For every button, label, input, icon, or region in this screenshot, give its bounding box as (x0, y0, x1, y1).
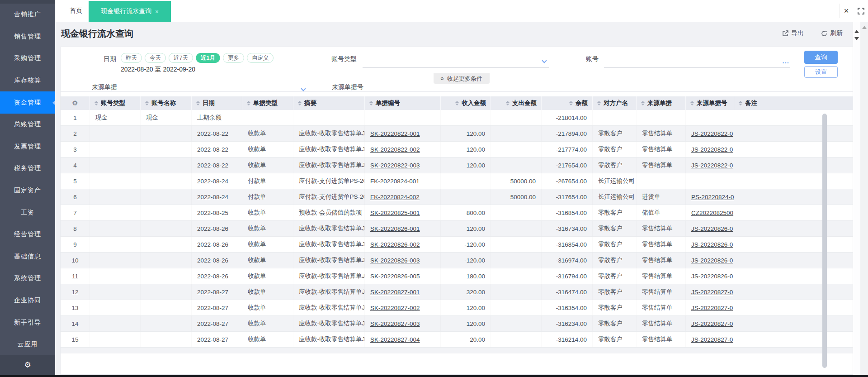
doc-no-link[interactable]: SK-20220827-003 (370, 320, 420, 327)
doc-no-link[interactable]: SK-20220826-002 (370, 241, 420, 248)
sidebar-item-14[interactable]: 新手引导 (0, 311, 55, 334)
source-doc-no-link[interactable]: JS-20220826-0 (691, 257, 733, 264)
sort-arrows-icon[interactable] (506, 101, 509, 105)
table-row[interactable]: 62022-08-24付款单应付款-支付进货单PS-20.FK-20220824… (61, 189, 863, 205)
table-row[interactable]: 22022-08-22收款单应收款-收取零售结算单JSSK-20220822-0… (61, 126, 863, 142)
column-header-account-name[interactable]: 账号名称 (141, 96, 192, 110)
doc-no-link[interactable]: SK-20220822-002 (370, 146, 420, 153)
doc-no-link[interactable]: SK-20220827-002 (370, 305, 420, 311)
settings-button[interactable]: 设置 (804, 66, 838, 78)
sidebar-item-15[interactable]: 云应用 (0, 334, 55, 355)
sort-arrows-icon[interactable] (247, 101, 250, 105)
fullscreen-icon[interactable] (855, 0, 867, 22)
account-input[interactable]: ... (604, 56, 790, 68)
table-row[interactable]: 1现金现金上期余额-218014.00 (61, 110, 863, 126)
table-row[interactable]: 152022-08-27收款单应收款-收取零售结算单JSSK-20220827-… (61, 332, 863, 348)
more-icon[interactable]: ... (782, 57, 789, 65)
scroll-up-icon[interactable] (862, 26, 867, 29)
source-doc-no-link[interactable]: JS-20220826-0 (691, 241, 733, 248)
column-header-source-doc[interactable]: 来源单据 (637, 96, 686, 110)
source-doc-no-link[interactable]: JS-20220827-0 (691, 305, 733, 311)
date-range-value[interactable]: 2022-08-20 至 2022-09-20 (121, 66, 195, 74)
column-header-source-doc-no[interactable]: 来源单据号 (686, 96, 734, 110)
source-doc-no-link[interactable]: JS-20220827-0 (691, 320, 733, 327)
source-doc-no-link[interactable]: JS-20220822-0 (691, 146, 733, 153)
tab-home[interactable]: 首页 (63, 0, 89, 22)
doc-no-link[interactable]: SK-20220822-003 (370, 162, 420, 169)
source-doc-no-link[interactable]: JS-20220827-0 (691, 289, 733, 296)
date-filter-pill[interactable]: 昨天 (121, 53, 142, 63)
sidebar-item-5[interactable]: 总账管理 (0, 114, 55, 136)
account-type-select[interactable] (363, 56, 549, 68)
sort-arrows-icon[interactable] (369, 101, 373, 105)
source-doc-no-link[interactable]: JS-20220822-0 (691, 130, 733, 137)
table-row[interactable]: 92022-08-26收款单应收款-收取零售结算单JSSK-20220826-0… (61, 237, 863, 253)
column-header-expense-amount[interactable]: 支出金额 (491, 96, 542, 110)
sidebar-item-13[interactable]: 企业协同 (0, 290, 55, 312)
table-row[interactable]: 142022-08-27收款单应收款-收取零售结算单JSSK-20220827-… (61, 316, 863, 332)
refresh-button[interactable]: 刷新 (821, 29, 843, 38)
date-filter-pill[interactable]: 近1月 (196, 53, 220, 63)
table-row[interactable]: 132022-08-27收款单应收款-收取零售结算单JSSK-20220827-… (61, 300, 863, 316)
sidebar-item-12[interactable]: 系统管理 (0, 267, 55, 290)
source-doc-no-link[interactable]: JS-20220827-0 (691, 336, 733, 343)
date-filter-pill[interactable]: 更多 (223, 53, 244, 63)
table-row[interactable]: 32022-08-22收款单应收款-收取零售结算单JSSK-20220822-0… (61, 142, 863, 157)
column-header-remark[interactable]: 备注 (734, 96, 863, 110)
window-close-icon[interactable]: × (840, 0, 852, 22)
tab-cash-bank-flow[interactable]: 现金银行流水查询 × (89, 1, 171, 22)
table-scrollbar-thumb[interactable] (822, 114, 827, 368)
sort-arrows-icon[interactable] (455, 101, 459, 105)
source-doc-no-link[interactable]: JS-20220826-0 (691, 273, 733, 280)
sidebar-item-1[interactable]: 销售管理 (0, 26, 55, 48)
sidebar-item-0[interactable]: 营销推广 (0, 4, 55, 26)
column-header-doc-type[interactable]: 单据类型 (242, 96, 293, 110)
sidebar-item-7[interactable]: 税务管理 (0, 157, 55, 180)
table-row[interactable]: 122022-08-27收款单应收款-收取零售结算单JSSK-20220827-… (61, 284, 863, 300)
doc-no-link[interactable]: SK-20220827-001 (370, 289, 420, 296)
sidebar-item-2[interactable]: 采购管理 (0, 48, 55, 70)
column-header-account-type[interactable]: 账号类型 (90, 96, 141, 110)
doc-no-link[interactable]: SK-20220822-001 (370, 130, 420, 137)
source-doc-no-link[interactable]: JS-20220822-0 (691, 162, 733, 169)
table-settings-gear-icon[interactable]: ⚙ (61, 96, 90, 110)
doc-no-link[interactable]: FK-20220824-001 (370, 178, 420, 185)
column-header-summary[interactable]: 摘要 (293, 96, 365, 110)
query-button[interactable]: 查询 (804, 51, 838, 64)
table-row[interactable]: 52022-08-24付款单应付款-支付进货单PS-20.FK-20220824… (61, 173, 863, 189)
outer-scrollbar[interactable] (860, 22, 868, 375)
date-filter-pill[interactable]: 今天 (145, 53, 166, 63)
column-header-balance[interactable]: 余额 (542, 96, 593, 110)
table-row[interactable]: 82022-08-26收款单应收款-收取零售结算单JSSK-20220826-0… (61, 221, 863, 237)
sidebar-item-10[interactable]: 经营管理 (0, 224, 55, 246)
sort-arrows-icon[interactable] (597, 101, 601, 105)
table-row[interactable]: 42022-08-22收款单应收款-收取零售结算单JSSK-20220822-0… (61, 157, 863, 173)
column-header-date[interactable]: 日期 (192, 96, 242, 110)
sort-arrows-icon[interactable] (739, 101, 742, 105)
sort-arrows-icon[interactable] (569, 101, 573, 105)
tab-close-icon[interactable]: × (155, 8, 159, 15)
column-header-income-amount[interactable]: 收入金额 (441, 96, 491, 110)
source-doc-no-link[interactable]: CZ2022082500 (691, 210, 733, 216)
source-doc-no-link[interactable]: PS-20220824-0 (691, 194, 734, 200)
table-row[interactable]: 112022-08-26收款单应收款-收取零售结算单JSSK-20220826-… (61, 268, 863, 284)
doc-no-link[interactable]: SK-20220826-005 (370, 273, 420, 280)
table-row[interactable]: 102022-08-26收款单应收款-收取零售结算单JSSK-20220826-… (61, 253, 863, 268)
scroll-down-icon[interactable] (854, 37, 859, 40)
sidebar-item-9[interactable]: 工资 (0, 201, 55, 224)
doc-no-link[interactable]: SK-20220826-003 (370, 257, 420, 264)
sidebar-item-3[interactable]: 库存核算 (0, 70, 55, 92)
doc-no-link[interactable]: SK-20220827-004 (370, 336, 420, 343)
doc-no-link[interactable]: FK-20220824-002 (370, 194, 420, 200)
column-header-counterparty[interactable]: 对方户名 (593, 96, 637, 110)
export-button[interactable]: 导出 (782, 29, 804, 38)
sidebar-item-8[interactable]: 固定资产 (0, 180, 55, 202)
inner-scrollbar[interactable] (853, 22, 860, 375)
sidebar-item-4[interactable]: 资金管理 (0, 91, 55, 114)
sidebar-gear-icon[interactable]: ⚙ (24, 361, 31, 369)
date-filter-pill[interactable]: 自定义 (247, 53, 274, 63)
sort-arrows-icon[interactable] (690, 101, 694, 105)
collapse-conditions-button[interactable]: « 收起更多条件 (434, 73, 490, 84)
column-header-doc-no[interactable]: 单据编号 (365, 96, 441, 110)
sidebar-item-6[interactable]: 发票管理 (0, 136, 55, 158)
